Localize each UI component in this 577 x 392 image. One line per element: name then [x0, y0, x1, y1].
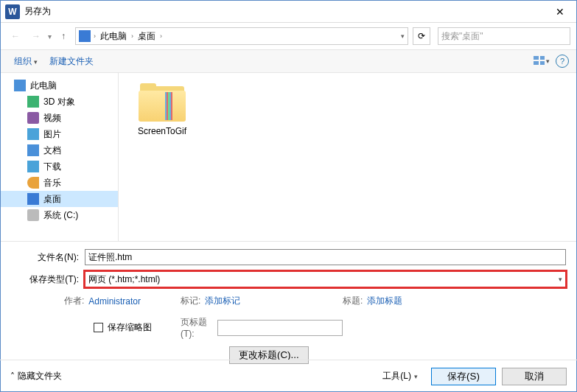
breadcrumb-current[interactable]: 桌面 [136, 30, 157, 43]
help-button[interactable]: ? [556, 55, 569, 68]
svg-rect-2 [534, 61, 539, 65]
sidebar-item-desktop[interactable]: 桌面 [1, 191, 118, 207]
hide-folders-toggle[interactable]: ˄ 隐藏文件夹 [10, 370, 62, 382]
filename-label: 文件名(N): [11, 251, 85, 264]
close-button[interactable]: ✕ [543, 1, 576, 23]
thumbnail-checkbox[interactable] [94, 323, 103, 332]
svg-rect-0 [534, 56, 539, 60]
thumbnail-label: 保存缩略图 [108, 321, 152, 334]
pagetitle-input[interactable] [217, 320, 343, 336]
tools-dropdown[interactable]: 工具(L) ▾ [382, 370, 418, 382]
recent-dropdown[interactable]: ▾ [48, 32, 52, 41]
image-icon [27, 128, 39, 140]
sidebar-item-documents[interactable]: 文档 [1, 142, 118, 158]
svg-rect-3 [540, 61, 545, 65]
forward-button[interactable]: → [27, 27, 45, 45]
breadcrumb[interactable]: › 此电脑 › 桌面 › ▾ [75, 27, 408, 45]
pc-icon [14, 80, 26, 91]
sidebar-root-pc[interactable]: 此电脑 [1, 77, 118, 94]
pagetitle-label: 页标题(T): [181, 316, 213, 339]
filetype-combo[interactable]: 网页 (*.htm;*.html) ▾ [85, 271, 566, 287]
tags-input[interactable]: 添加标记 [205, 295, 240, 307]
sidebar-item-pictures[interactable]: 图片 [1, 126, 118, 142]
breadcrumb-root[interactable]: 此电脑 [99, 30, 128, 43]
file-list[interactable]: ScreenToGif [119, 73, 576, 241]
sidebar-item-disk-c[interactable]: 系统 (C:) [1, 207, 118, 223]
title-input[interactable]: 添加标题 [367, 295, 402, 307]
chevron-right-icon: › [160, 32, 162, 40]
chevron-right-icon: › [94, 32, 96, 40]
disk-icon [27, 209, 39, 221]
svg-rect-1 [540, 56, 545, 60]
cancel-button[interactable]: 取消 [502, 368, 567, 385]
new-folder-button[interactable]: 新建文件夹 [43, 55, 99, 68]
word-app-icon: W [5, 4, 20, 19]
author-label: 作者: [64, 295, 84, 307]
chevron-down-icon: ▾ [414, 373, 418, 380]
search-placeholder: 搜索"桌面" [441, 30, 483, 43]
sidebar-item-music[interactable]: 音乐 [1, 175, 118, 191]
cube-icon [27, 96, 39, 108]
save-button[interactable]: 保存(S) [431, 368, 496, 385]
sidebar: 此电脑 3D 对象 视频 图片 文档 下载 音乐 桌面 系统 (C:) [1, 73, 119, 241]
author-value[interactable]: Administrator [88, 296, 141, 307]
music-icon [27, 177, 39, 189]
chevron-up-icon: ˄ [10, 371, 15, 382]
refresh-button[interactable]: ⟳ [413, 27, 430, 45]
tags-label: 标记: [181, 295, 200, 307]
history-dropdown[interactable]: ▾ [401, 32, 405, 40]
chevron-down-icon: ▾ [559, 276, 562, 283]
back-button[interactable]: ← [7, 27, 24, 45]
search-input[interactable]: 搜索"桌面" [438, 27, 570, 45]
sidebar-item-downloads[interactable]: 下载 [1, 158, 118, 175]
folder-icon [139, 83, 186, 122]
folder-label: ScreenToGif [129, 126, 195, 136]
organize-button[interactable]: 组织 ▾ [8, 55, 43, 68]
sidebar-item-videos[interactable]: 视频 [1, 110, 118, 126]
sidebar-item-3d[interactable]: 3D 对象 [1, 94, 118, 110]
video-icon [27, 112, 39, 124]
pc-icon [79, 30, 91, 42]
filetype-label: 保存类型(T): [11, 273, 85, 286]
chevron-right-icon: › [131, 32, 133, 40]
download-icon [27, 161, 39, 172]
up-button[interactable]: ↑ [55, 27, 72, 45]
folder-item[interactable]: ScreenToGif [129, 83, 195, 136]
title-label: 标题: [343, 295, 363, 307]
desktop-icon [27, 193, 39, 205]
view-mode-button[interactable]: ▾ [534, 55, 550, 68]
window-title: 另存为 [24, 5, 543, 18]
filename-input[interactable] [85, 249, 566, 265]
document-icon [27, 144, 39, 156]
